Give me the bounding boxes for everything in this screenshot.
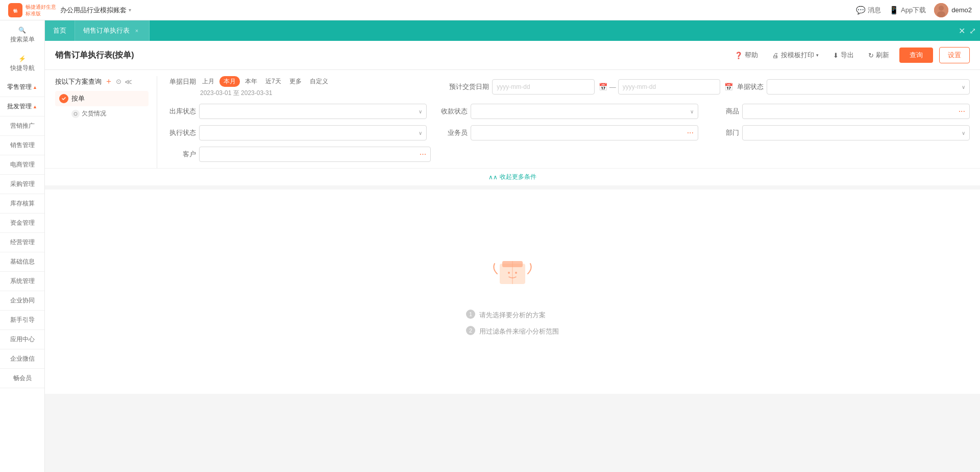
date-tag-上月[interactable]: 上月 bbox=[199, 76, 217, 87]
date-tag-更多[interactable]: 更多 bbox=[286, 76, 305, 87]
salesman-multi-select[interactable]: ··· bbox=[471, 125, 698, 140]
warehouse-dropdown-icon: ∨ bbox=[419, 109, 422, 114]
warehouse-select[interactable]: ∨ bbox=[199, 104, 427, 119]
sidebar-search[interactable]: 🔍 搜索菜单 bbox=[0, 20, 44, 50]
sidebar-item-marketing[interactable]: 营销推广 bbox=[0, 116, 44, 136]
page-header: 销售订单执行表(按单) ❓ 帮助 🖨 按模板打印 ▾ ⬇ bbox=[45, 41, 980, 70]
dept-select[interactable]: ∨ bbox=[742, 125, 970, 140]
sidebar-item-member[interactable]: 畅会员 bbox=[0, 369, 44, 388]
tab-home[interactable]: 首页 bbox=[45, 20, 75, 41]
expected-date-from[interactable]: yyyy-mm-dd bbox=[492, 79, 595, 95]
help-btn[interactable]: ❓ 帮助 bbox=[730, 49, 762, 62]
field-warehouse: 出库状态 ∨ bbox=[165, 104, 427, 119]
payment-select[interactable]: ∨ bbox=[471, 104, 698, 119]
search-label: 搜索菜单 bbox=[10, 35, 35, 44]
window-maximize-btn[interactable]: ⤢ bbox=[969, 26, 976, 36]
date-tag-近7天[interactable]: 近7天 bbox=[262, 76, 284, 87]
phone-icon: 📱 bbox=[889, 6, 899, 15]
field-payment: 收款状态 ∨ bbox=[437, 104, 698, 119]
add-scheme-btn[interactable]: ＋ bbox=[105, 76, 113, 87]
tip-text-2: 用过滤条件来缩小分析范围 bbox=[479, 325, 559, 338]
sidebar-item-wholesale[interactable]: 批发管理 ▲ bbox=[0, 97, 44, 116]
expected-date-to[interactable]: yyyy-mm-dd bbox=[618, 79, 721, 95]
chevron-up-icon: ∧∧ bbox=[488, 174, 498, 181]
date-tag-本年[interactable]: 本年 bbox=[242, 76, 260, 87]
page-content: 销售订单执行表(按单) ❓ 帮助 🖨 按模板打印 ▾ ⬇ bbox=[45, 41, 980, 472]
collapse-scheme-btn[interactable]: ≪ bbox=[125, 78, 132, 86]
empty-tips: 1 请先选择要分析的方案 2 用过滤条件来缩小分析范围 bbox=[466, 309, 559, 338]
print-btn[interactable]: 🖨 按模板打印 ▾ bbox=[768, 49, 823, 62]
scheme-item-欠货情况[interactable]: 欠货情况 bbox=[55, 107, 149, 120]
logo-area: 畅 畅捷通好生意 标准版 bbox=[8, 3, 56, 17]
date-tag-本月[interactable]: 本月 bbox=[219, 76, 240, 87]
exec-select[interactable]: ∨ bbox=[199, 125, 427, 140]
export-btn[interactable]: ⬇ 导出 bbox=[829, 49, 858, 62]
scheme-item-按单[interactable]: 按单 bbox=[55, 91, 149, 106]
cal-icon-from[interactable]: 📅 bbox=[599, 83, 607, 91]
tab-close-btn[interactable]: × bbox=[133, 27, 141, 35]
header-left: 畅 畅捷通好生意 标准版 办公用品行业模拟账套 ▾ bbox=[8, 3, 131, 17]
company-arrow-icon: ▾ bbox=[129, 7, 131, 13]
export-label: 导出 bbox=[841, 51, 854, 60]
date-tag-自定义[interactable]: 自定义 bbox=[307, 76, 331, 87]
scheme-title-text: 按以下方案查询 bbox=[55, 77, 102, 86]
sidebar-item-purchase[interactable]: 采购管理 bbox=[0, 175, 44, 194]
collapse-bar[interactable]: ∧∧ 收起更多条件 bbox=[45, 168, 980, 185]
sidebar-item-retail[interactable]: 零售管理 ▲ bbox=[0, 78, 44, 97]
wholesale-arrow-icon: ▲ bbox=[33, 104, 37, 109]
filter-row-3: 执行状态 ∨ 业务员 ··· bbox=[165, 125, 970, 140]
message-label: 消息 bbox=[868, 6, 881, 15]
sidebar-item-operations[interactable]: 经营管理 bbox=[0, 233, 44, 252]
svg-point-12 bbox=[515, 272, 517, 274]
date-to-placeholder: yyyy-mm-dd bbox=[623, 83, 656, 90]
sidebar-item-system[interactable]: 系统管理 bbox=[0, 272, 44, 291]
message-icon: 💬 bbox=[856, 6, 866, 15]
date-from-placeholder: yyyy-mm-dd bbox=[497, 83, 530, 90]
cal-icon-to[interactable]: 📅 bbox=[724, 83, 733, 91]
filter-panel: 按以下方案查询 ＋ ⊙ ≪ 按单 bbox=[45, 70, 980, 185]
customer-dots[interactable]: ··· bbox=[420, 150, 426, 159]
window-close-btn[interactable]: ✕ bbox=[959, 26, 965, 36]
salesman-dots[interactable]: ··· bbox=[687, 128, 694, 137]
svg-point-3 bbox=[939, 6, 944, 11]
purchase-label: 采购管理 bbox=[10, 180, 35, 187]
basic-label: 基础信息 bbox=[10, 258, 35, 265]
scheme-panel-title: 按以下方案查询 ＋ ⊙ ≪ bbox=[55, 76, 149, 87]
sidebar-item-inventory[interactable]: 库存核算 bbox=[0, 194, 44, 214]
tab-active[interactable]: 销售订单执行表 × bbox=[75, 20, 150, 41]
sidebar-item-newbie[interactable]: 新手引导 bbox=[0, 311, 44, 330]
user-area[interactable]: demo2 bbox=[934, 3, 972, 17]
sidebar-item-finance[interactable]: 资金管理 bbox=[0, 214, 44, 233]
tab-bar: 首页 销售订单执行表 × ✕ ⤢ bbox=[45, 20, 980, 41]
customer-label: 客户 bbox=[165, 150, 196, 159]
sidebar-shortcut[interactable]: ⚡ 快捷导航 bbox=[0, 50, 44, 78]
shortcut-label: 快捷导航 bbox=[10, 64, 35, 73]
user-name: demo2 bbox=[951, 6, 972, 14]
refresh-btn[interactable]: ↻ 刷新 bbox=[864, 49, 893, 62]
field-customer: 客户 ··· bbox=[165, 147, 431, 162]
tip-text-1: 请先选择要分析的方案 bbox=[479, 309, 546, 322]
goods-dots[interactable]: ··· bbox=[959, 107, 965, 116]
status-select[interactable]: ∨ bbox=[767, 79, 970, 95]
sidebar-item-basic[interactable]: 基础信息 bbox=[0, 252, 44, 272]
goods-label: 商品 bbox=[708, 107, 739, 116]
scheme-sub-icon bbox=[71, 110, 80, 118]
query-button[interactable]: 查询 bbox=[899, 48, 933, 63]
empty-icon bbox=[487, 246, 538, 298]
customer-multi-select[interactable]: ··· bbox=[199, 147, 431, 162]
sidebar-item-sales[interactable]: 销售管理 bbox=[0, 136, 44, 155]
sidebar-item-enterprise[interactable]: 企业协同 bbox=[0, 291, 44, 311]
newbie-label: 新手引导 bbox=[10, 316, 35, 323]
edit-scheme-btn[interactable]: ⊙ bbox=[116, 78, 121, 85]
message-action[interactable]: 💬 消息 bbox=[856, 6, 881, 15]
sidebar-item-wechat[interactable]: 企业微信 bbox=[0, 349, 44, 369]
svg-point-11 bbox=[508, 272, 510, 274]
export-icon: ⬇ bbox=[833, 52, 839, 59]
sidebar-item-ecommerce[interactable]: 电商管理 bbox=[0, 155, 44, 175]
settings-button[interactable]: 设置 bbox=[939, 47, 970, 63]
company-selector[interactable]: 办公用品行业模拟账套 ▾ bbox=[60, 6, 131, 15]
goods-multi-select[interactable]: ··· bbox=[742, 104, 970, 119]
app-download-action[interactable]: 📱 App下载 bbox=[889, 6, 926, 15]
sidebar-item-appstore[interactable]: 应用中心 bbox=[0, 330, 44, 349]
print-arrow-icon: ▾ bbox=[816, 53, 819, 58]
